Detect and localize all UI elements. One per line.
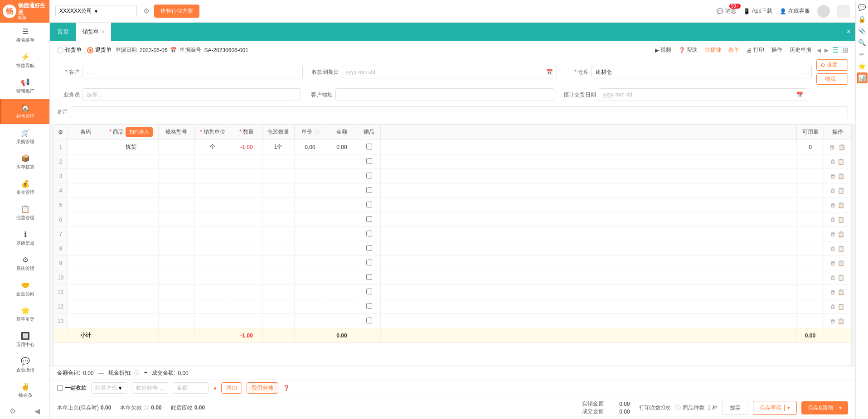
sidebar-item-sales[interactable]: 🏠 销售管理: [0, 99, 49, 124]
copy-icon[interactable]: 📋: [838, 289, 844, 295]
rp-btn-4[interactable]: 🔍: [857, 37, 868, 48]
expense-help-icon[interactable]: ❓: [283, 385, 290, 391]
customer-input[interactable]: ...: [82, 66, 303, 78]
delete-icon[interactable]: 🗑: [830, 217, 836, 223]
add-payment-btn[interactable]: 添加: [221, 382, 242, 394]
payment-amount-field[interactable]: 金额: [173, 382, 209, 394]
online-support-btn[interactable]: 👤 在线客服: [780, 7, 810, 15]
scan-btn[interactable]: 扫码录入: [126, 127, 153, 137]
logistics-btn[interactable]: + 物流: [816, 73, 848, 85]
sidebar-item-wechat[interactable]: 💬 企业微信: [0, 352, 49, 378]
toolbar-video-btn[interactable]: ▶ 视频: [653, 45, 673, 55]
sidebar-item-purchase[interactable]: 🛒 采购管理: [0, 124, 49, 149]
sidebar-item-operation[interactable]: 📋 经营管理: [0, 200, 49, 226]
toolbar-action-btn[interactable]: 操作: [770, 45, 784, 55]
copy-icon[interactable]: 📋: [838, 246, 844, 252]
delete-icon[interactable]: 🗑: [830, 188, 836, 194]
rp-btn-3[interactable]: 📎: [857, 25, 868, 36]
sidebar-item-marketing[interactable]: 📢 营销推广: [0, 73, 49, 99]
col-settings-header[interactable]: ⚙: [54, 125, 68, 140]
sidebar-item-member[interactable]: ✌ 畅会员: [0, 378, 49, 403]
user-menu[interactable]: [837, 5, 850, 18]
copy-icon[interactable]: 📋: [838, 318, 844, 324]
copy-icon[interactable]: 📋: [838, 303, 844, 310]
sidebar-item-inventory[interactable]: 📦 库存核算: [0, 149, 49, 175]
delete-icon[interactable]: 🗑: [830, 246, 836, 252]
payment-method-select[interactable]: 结算方式 ▾: [91, 382, 127, 394]
expense-split-btn[interactable]: 费用分摊: [247, 382, 278, 394]
discard-btn[interactable]: 放弃: [722, 401, 748, 415]
settings-bottom-icon[interactable]: ⚙: [10, 407, 16, 415]
cell-unit[interactable]: 个: [194, 140, 231, 154]
cell-gift[interactable]: [358, 140, 380, 154]
copy-icon[interactable]: 📋: [838, 173, 844, 179]
due-date-input[interactable]: yyyy-mm-dd 📅: [342, 66, 558, 78]
sidebar-item-guide[interactable]: 🌟 新手引导: [0, 302, 49, 327]
rp-btn-7[interactable]: 📊: [857, 72, 868, 83]
app-download-btn[interactable]: 📱 App下载: [743, 7, 772, 15]
delete-icon[interactable]: 🗑: [830, 173, 836, 179]
cell-product[interactable]: 拣货: [104, 140, 158, 154]
save-new-btn[interactable]: 保存&新增 ▾: [801, 401, 848, 414]
payment-account-select[interactable]: 收款账号 ...: [132, 382, 168, 394]
sidebar-item-shortcut[interactable]: ⚡ 快捷导航: [0, 48, 49, 73]
copy-icon[interactable]: 📋: [838, 202, 844, 208]
nav-next-icon[interactable]: ▶: [824, 47, 829, 53]
one-click-payment[interactable]: 一键收款: [57, 384, 87, 392]
copy-icon[interactable]: 📋: [838, 260, 844, 266]
copy-icon[interactable]: 📋: [838, 188, 844, 194]
delete-icon[interactable]: 🗑: [830, 202, 836, 208]
sidebar-item-finance[interactable]: 💰 资金管理: [0, 175, 49, 200]
company-selector[interactable]: XXXXXX公司 ▾: [55, 5, 137, 17]
close-all-tabs-btn[interactable]: ×: [847, 28, 851, 36]
tab-sales-order[interactable]: 销货单 ×: [76, 23, 111, 41]
calendar-icon[interactable]: 📅: [546, 69, 553, 75]
sidebar-item-search[interactable]: ☰ 搜索菜单: [0, 23, 49, 48]
cell-qty[interactable]: -1.00: [231, 140, 262, 154]
delete-icon[interactable]: 🗑: [830, 318, 836, 324]
calendar2-icon[interactable]: 📅: [796, 92, 803, 98]
copy-icon[interactable]: 📋: [839, 144, 845, 150]
add-payment-icon[interactable]: ●: [213, 385, 217, 391]
cell-spec[interactable]: [158, 140, 194, 154]
cell-pkgqty[interactable]: 1个: [262, 140, 294, 154]
tab-close-icon[interactable]: ×: [102, 29, 105, 35]
view-grid-icon[interactable]: ⊞: [842, 46, 848, 54]
trial-btn[interactable]: 体验行业方案: [154, 5, 199, 18]
date-picker-icon[interactable]: 📅: [170, 47, 177, 53]
avatar[interactable]: [817, 5, 830, 18]
note-input[interactable]: [71, 106, 848, 117]
delete-icon[interactable]: 🗑: [830, 260, 836, 266]
sidebar-item-enterprise[interactable]: 🤝 企业协同: [0, 276, 49, 302]
delivery-date-input[interactable]: yyyy-mm-dd 📅: [599, 88, 807, 101]
toolbar-print-btn[interactable]: 🖨 打印: [745, 45, 766, 55]
sidebar-item-basic[interactable]: ℹ 基础信息: [0, 226, 49, 251]
salesperson-input[interactable]: 选择... ...: [82, 88, 301, 101]
toolbar-help-btn[interactable]: ❓ 帮助: [677, 45, 699, 55]
topbar-settings-icon[interactable]: ⚙: [143, 7, 150, 15]
delete-icon[interactable]: 🗑: [830, 275, 836, 281]
owe-help-icon[interactable]: ⓘ: [144, 404, 149, 412]
cell-remark[interactable]: [380, 140, 797, 154]
copy-icon[interactable]: 📋: [838, 275, 844, 281]
rp-btn-1[interactable]: 💬: [857, 2, 868, 13]
sidebar-item-system[interactable]: ⚙ 系统管理: [0, 251, 49, 276]
save-draft-btn[interactable]: 保存草稿 ▾: [753, 401, 797, 415]
rp-btn-2[interactable]: 🔒: [857, 14, 868, 24]
warehouse-input[interactable]: 建材仓 ...: [592, 66, 812, 78]
collapse-icon[interactable]: ◀: [34, 407, 40, 415]
save-draft-arrow[interactable]: ▾: [784, 405, 790, 411]
copy-icon[interactable]: 📋: [838, 159, 844, 165]
copy-icon[interactable]: 📋: [838, 217, 844, 223]
cell-amount[interactable]: 0.00: [326, 140, 358, 154]
rp-btn-6[interactable]: ⭐: [857, 61, 868, 72]
rp-btn-5[interactable]: ✏: [857, 49, 868, 60]
delete-icon[interactable]: 🗑: [830, 289, 836, 295]
sidebar-item-appstore[interactable]: 🔲 应用中心: [0, 327, 49, 352]
nav-prev-icon[interactable]: ◀: [817, 47, 821, 53]
toolbar-select-btn[interactable]: 选单: [727, 45, 741, 55]
delete-icon[interactable]: 🗑: [829, 144, 835, 150]
settings-btn[interactable]: ⚙ 设置: [816, 59, 848, 71]
product-type-icon[interactable]: ⓘ: [675, 404, 681, 412]
customer-addr-input[interactable]: ...: [335, 88, 554, 101]
